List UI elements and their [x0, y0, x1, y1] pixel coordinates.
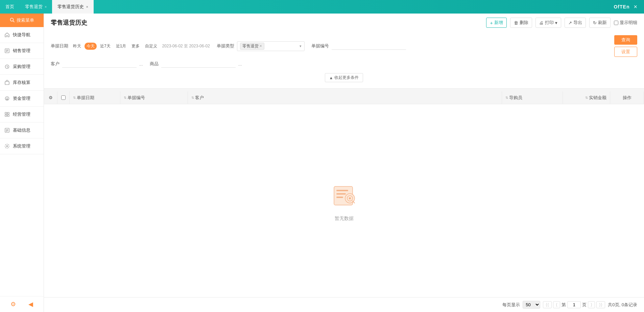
management-icon — [4, 111, 10, 117]
svg-rect-7 — [5, 82, 9, 85]
inventory-icon — [4, 80, 10, 86]
next-page-button[interactable]: ⟩ — [588, 301, 595, 308]
sidebar-item-sales-label: 销售管理 — [13, 48, 30, 54]
th-guide[interactable]: ⇅ 导购员 — [502, 91, 563, 104]
tab-retail-return-history-label: 零售退货历史 — [57, 4, 84, 10]
sidebar-item-management[interactable]: 经营管理 — [0, 107, 44, 122]
layout: 搜索菜单 快捷导航 销售管理 — [0, 14, 644, 312]
date-range-display: 2023-06-02 至 2023-06-02 — [162, 43, 210, 49]
delete-icon: 🗑 — [514, 20, 518, 25]
date-option-today[interactable]: 今天 — [85, 43, 97, 50]
th-bill-no[interactable]: ⇅ 单据编号 — [120, 91, 188, 104]
sidebar-bottom: ⚙ ◀ — [0, 296, 44, 312]
sidebar-item-quicknav[interactable]: 快捷导航 — [0, 27, 44, 43]
settings-icon[interactable]: ⚙ — [10, 300, 16, 308]
filter-row-1: 单据日期 昨天 今天 近7天 近1月 更多 自定义 2023-06-02 至 2… — [51, 35, 637, 57]
goods-ellipsis: ... — [238, 62, 242, 67]
table-header: ⚙ ⇅ 单据日期 ⇅ 单据编号 ⇅ 客户 ⇅ — [44, 91, 644, 104]
svg-rect-21 — [336, 197, 343, 198]
th-settings[interactable]: ⚙ — [44, 91, 57, 104]
tab-retail-return-close[interactable]: × — [45, 5, 47, 9]
print-icon: 🖨 — [539, 20, 544, 25]
tab-retail-return-history-close[interactable]: × — [86, 5, 88, 9]
delete-button[interactable]: 🗑 删除 — [510, 18, 532, 28]
th-amount[interactable]: ⇅ 实销金额 — [563, 91, 610, 104]
collapse-filter-button[interactable]: ▲ 收起更多条件 — [325, 73, 363, 82]
svg-rect-10 — [7, 112, 9, 114]
tab-home[interactable]: 首页 — [0, 0, 20, 14]
page-unit: 页 — [582, 302, 587, 308]
main-content: 零售退货历史 新增 🗑 删除 🖨 打印 ▾ ↗ — [44, 14, 644, 312]
date-option-7days[interactable]: 近7天 — [98, 43, 113, 50]
filter-goods-label: 商品 — [150, 61, 159, 67]
per-page-select[interactable]: 10 20 50 100 — [523, 301, 540, 309]
first-page-button[interactable]: ⟨⟨ — [543, 301, 552, 308]
tab-retail-return[interactable]: 零售退货 × — [20, 0, 52, 14]
date-options: 昨天 今天 近7天 近1月 更多 自定义 — [71, 43, 159, 50]
prev-page-button[interactable]: ⟨ — [553, 301, 560, 308]
date-option-yesterday[interactable]: 昨天 — [71, 43, 83, 50]
query-button[interactable]: 查询 — [614, 35, 637, 45]
th-customer[interactable]: ⇅ 客户 — [188, 91, 502, 104]
bill-type-arrow-icon: ▾ — [300, 44, 302, 48]
filter-bill-type-label: 单据类型 — [217, 43, 234, 49]
sort-date-icon: ⇅ — [73, 96, 76, 99]
filter-customer-input[interactable] — [62, 60, 137, 68]
collapse-sidebar-icon[interactable]: ◀ — [28, 300, 33, 308]
filter-row-2: 客户 ... 商品 ... — [51, 60, 637, 68]
tab-retail-return-label: 零售退货 — [25, 4, 43, 10]
page-label: 第 — [562, 302, 566, 308]
date-option-1month[interactable]: 近1月 — [114, 43, 128, 50]
sidebar-item-inventory-label: 库存核算 — [13, 80, 30, 86]
sidebar-item-sales[interactable]: 销售管理 — [0, 43, 44, 59]
filter-goods-input[interactable] — [161, 60, 236, 68]
home-icon — [4, 32, 10, 38]
th-date-label: 单据日期 — [77, 95, 94, 101]
refresh-button[interactable]: ↻ 刷新 — [589, 18, 611, 28]
sort-guide-icon: ⇅ — [505, 96, 508, 99]
filter-bill-type: 单据类型 零售退货 × ▾ — [217, 41, 305, 51]
sidebar-search[interactable]: 搜索菜单 — [0, 14, 44, 27]
export-button[interactable]: ↗ 导出 — [565, 18, 586, 28]
sidebar-item-quicknav-label: 快捷导航 — [13, 32, 30, 38]
export-icon: ↗ — [568, 20, 572, 25]
sidebar-item-purchase[interactable]: 采购管理 — [0, 59, 44, 75]
filter-bill-type-select[interactable]: 零售退货 × ▾ — [237, 41, 305, 51]
sidebar-item-inventory[interactable]: 库存核算 — [0, 75, 44, 91]
print-button-label: 打印 — [545, 20, 554, 26]
sidebar-item-system[interactable]: 系统管理 — [0, 138, 44, 154]
display-detail-checkbox[interactable]: 显示明细 — [614, 20, 637, 26]
sort-customer-icon: ⇅ — [191, 96, 194, 99]
tab-retail-return-history[interactable]: 零售退货历史 × — [52, 0, 93, 14]
page-number-input[interactable] — [567, 301, 581, 308]
th-checkbox[interactable] — [57, 91, 70, 104]
filter-bill-no-input[interactable] — [332, 42, 406, 50]
sidebar-item-purchase-label: 采购管理 — [13, 64, 30, 70]
sidebar-search-label: 搜索菜单 — [17, 17, 34, 23]
page-title-row: 零售退货历史 新增 🗑 删除 🖨 打印 ▾ ↗ — [51, 18, 637, 28]
print-button[interactable]: 🖨 打印 ▾ — [535, 18, 561, 28]
bill-type-tag-label: 零售退货 — [242, 43, 259, 49]
sidebar-item-basic-info[interactable]: 基础信息 — [0, 122, 44, 138]
svg-rect-11 — [5, 115, 7, 116]
window-close-button[interactable]: × — [632, 2, 639, 12]
date-option-more[interactable]: 更多 — [129, 43, 142, 50]
bill-type-tag-remove[interactable]: × — [260, 44, 262, 48]
last-page-button[interactable]: ⟩⟩ — [596, 301, 605, 308]
refresh-button-label: 刷新 — [598, 20, 607, 26]
set-button[interactable]: 设置 — [614, 47, 637, 57]
new-button-label: 新增 — [494, 20, 503, 26]
select-all-checkbox[interactable] — [61, 95, 66, 100]
filter-date: 单据日期 昨天 今天 近7天 近1月 更多 自定义 2023-06-02 至 2… — [51, 43, 210, 50]
sidebar-item-finance[interactable]: 资金管理 — [0, 91, 44, 107]
table-area: ⚙ ⇅ 单据日期 ⇅ 单据编号 ⇅ 客户 ⇅ — [44, 91, 644, 297]
th-date[interactable]: ⇅ 单据日期 — [70, 91, 120, 104]
brand-label: OfTEn — [614, 4, 629, 9]
empty-state: 暂无数据 — [44, 104, 644, 297]
display-detail-checkbox-input[interactable] — [614, 21, 618, 25]
svg-rect-12 — [7, 115, 9, 116]
new-button[interactable]: 新增 — [486, 18, 507, 28]
date-option-custom[interactable]: 自定义 — [143, 43, 159, 50]
print-dropdown-icon: ▾ — [555, 20, 557, 25]
svg-point-17 — [6, 146, 8, 147]
